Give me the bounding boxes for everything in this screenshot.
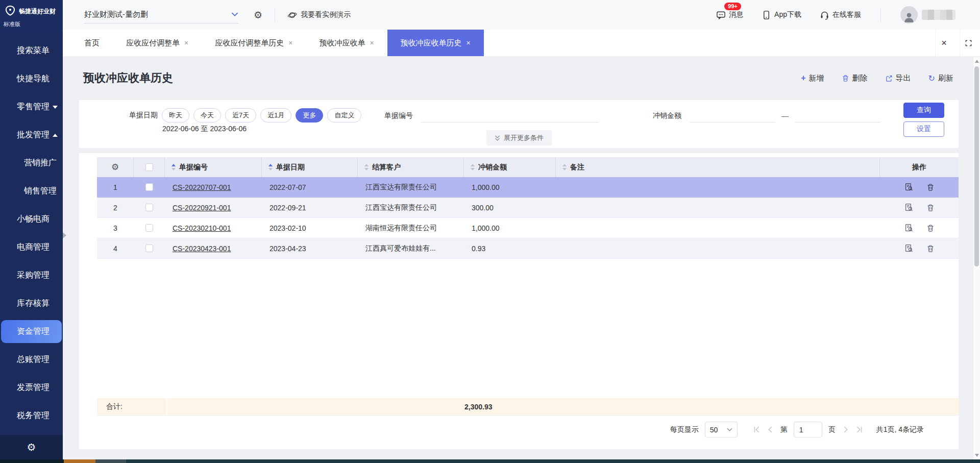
range-separator: — [781, 112, 789, 120]
table-row[interactable]: 4 CS-20230423-001 2023-04-23 江西真可爱布娃娃有..… [97, 238, 959, 259]
scroll-up-arrow-icon[interactable] [975, 60, 979, 63]
sidebar-item-invoice[interactable]: 发票管理 [0, 374, 63, 402]
refresh-button[interactable]: ↻ 刷新 [928, 74, 953, 83]
view-detail-icon[interactable] [904, 203, 913, 212]
next-page-button[interactable] [842, 426, 849, 433]
bill-no-link[interactable]: CS-20220921-001 [173, 204, 231, 212]
sort-icons[interactable] [172, 164, 176, 170]
user-profile[interactable] [900, 6, 955, 23]
tab-prepay-writeoff[interactable]: 预收冲应收单× [306, 30, 387, 56]
account-selector[interactable]: 好业财测试-量勿删 [84, 6, 238, 23]
sort-icons[interactable] [562, 164, 567, 170]
view-detail-icon[interactable] [904, 244, 913, 253]
close-tab-icon[interactable]: × [467, 39, 471, 47]
delete-row-icon[interactable] [926, 245, 935, 253]
sidebar-item-purchase[interactable]: 采购管理 [0, 261, 63, 289]
sidebar-item-inventory[interactable]: 库存核算 [0, 289, 63, 318]
table-row[interactable]: 2 CS-20220921-001 2022-09-21 江西宝达有限责任公司 … [97, 198, 959, 218]
page-title: 预收冲应收单历史 [83, 70, 173, 86]
last-page-button[interactable] [855, 426, 863, 433]
sidebar-item-tax[interactable]: 税务管理 [0, 402, 63, 430]
row-checkbox[interactable] [134, 198, 165, 217]
first-page-button[interactable] [753, 426, 761, 433]
view-detail-icon[interactable] [904, 183, 913, 191]
sidebar-item-wholesale[interactable]: 批发管理 [0, 121, 63, 149]
prev-page-button[interactable] [767, 426, 774, 433]
sidebar-settings-button[interactable]: ⚙ [0, 435, 63, 459]
bill-no-link[interactable]: CS-20230423-001 [173, 245, 231, 253]
bill-no-input[interactable] [421, 109, 599, 123]
bill-no-link[interactable]: CS-20220707-001 [173, 183, 231, 191]
preset-custom[interactable]: 自定义 [327, 108, 361, 123]
export-button[interactable]: 导出 [885, 74, 911, 83]
col-bill-date[interactable]: 单据日期 [262, 157, 358, 177]
vertical-scrollbar[interactable] [973, 57, 980, 459]
amount-min-input[interactable] [690, 109, 775, 123]
sort-icons[interactable] [268, 164, 273, 170]
scroll-down-arrow-icon[interactable] [975, 454, 979, 457]
messages-button[interactable]: 99+ 消息 [716, 10, 743, 20]
demo-link[interactable]: 我要看实例演示 [287, 10, 351, 20]
row-index: 1 [97, 177, 134, 197]
gear-icon: ⚙ [27, 441, 36, 453]
select-all-checkbox[interactable] [134, 157, 165, 177]
column-settings-button[interactable]: ⚙ [97, 157, 134, 177]
col-customer[interactable]: 结算客户 [358, 157, 464, 177]
tab-ar-ap-adjust-history[interactable]: 应收应付调整单历史× [202, 30, 306, 56]
tab-home[interactable]: 首页 [71, 30, 113, 56]
amount-max-input[interactable] [795, 109, 880, 123]
preset-more[interactable]: 更多 [296, 108, 323, 123]
close-tab-icon[interactable]: × [370, 39, 374, 47]
close-all-tabs-button[interactable]: × [935, 30, 952, 56]
sort-icons[interactable] [364, 164, 369, 170]
preset-last1month[interactable]: 近1月 [260, 108, 291, 123]
sidebar-item-search-menu[interactable]: 搜索菜单 [0, 37, 63, 65]
sidebar-item-general-ledger[interactable]: 总账管理 [0, 346, 63, 374]
view-detail-icon[interactable] [904, 224, 913, 232]
col-remark[interactable]: 备注 [556, 157, 880, 177]
sidebar-item-ecom[interactable]: 电商管理 [0, 233, 63, 261]
col-amount[interactable]: 冲销金额 [464, 157, 556, 177]
sidebar-item-xiaochang-ecom[interactable]: 小畅电商 [0, 205, 63, 233]
app-download-button[interactable]: App下载 [762, 10, 801, 20]
col-bill-no[interactable]: 单据编号 [165, 157, 262, 177]
sidebar-item-funds[interactable]: 资金管理 [1, 320, 62, 343]
sidebar-collapse-handle[interactable] [63, 232, 66, 238]
add-button[interactable]: + 新增 [801, 74, 824, 83]
date-range-value[interactable]: 2022-06-06 至 2023-06-06 [162, 125, 247, 134]
table-row[interactable]: 3 CS-20230210-001 2023-02-10 湖南恒远有限责任公司 … [97, 218, 959, 238]
table-row[interactable]: 1 CS-20220707-001 2022-07-07 江西宝达有限责任公司 … [97, 177, 959, 198]
tab-prepay-writeoff-history[interactable]: 预收冲应收单历史× [387, 30, 484, 56]
settings-button[interactable]: 设置 [903, 121, 944, 137]
close-tab-icon[interactable]: × [288, 39, 292, 47]
sort-icons[interactable] [471, 164, 475, 170]
sidebar-item-sales[interactable]: 销售管理 [0, 177, 63, 205]
fullscreen-button[interactable] [960, 30, 977, 56]
tab-ar-ap-adjust[interactable]: 应收应付调整单× [113, 30, 202, 56]
preset-last7days[interactable]: 近7天 [225, 108, 256, 123]
scrollbar-thumb[interactable] [974, 66, 979, 266]
search-button[interactable]: 查询 [903, 103, 944, 118]
delete-row-icon[interactable] [926, 204, 935, 212]
sidebar-item-marketing[interactable]: 营销推广 [0, 149, 63, 177]
customer-cell: 江西宝达有限责任公司 [358, 177, 464, 197]
preset-today[interactable]: 今天 [193, 108, 221, 123]
preset-yesterday[interactable]: 昨天 [162, 108, 189, 123]
row-checkbox[interactable] [134, 218, 165, 238]
delete-row-icon[interactable] [926, 224, 935, 232]
row-checkbox[interactable] [134, 238, 165, 258]
close-tab-icon[interactable]: × [184, 39, 188, 47]
row-checkbox[interactable] [134, 177, 165, 197]
expand-more-conditions[interactable]: 展开更多条件 [486, 130, 552, 145]
delete-row-icon[interactable] [926, 183, 935, 191]
sidebar-item-quick-nav[interactable]: 快捷导航 [0, 65, 63, 93]
settings-gear-button[interactable]: ⚙ [254, 9, 262, 21]
bill-no-link[interactable]: CS-20230210-001 [173, 224, 231, 232]
bill-no-label: 单据编号 [384, 111, 413, 120]
page-number-input[interactable]: 1 [794, 422, 822, 437]
sidebar-item-retail[interactable]: 零售管理 [0, 93, 63, 121]
per-page-select[interactable]: 50 [705, 422, 738, 437]
tab-bar: 首页 应收应付调整单× 应收应付调整单历史× 预收冲应收单× 预收冲应收单历史×… [63, 30, 980, 56]
delete-button[interactable]: 删除 [842, 74, 868, 83]
online-support-button[interactable]: 在线客服 [820, 10, 861, 20]
